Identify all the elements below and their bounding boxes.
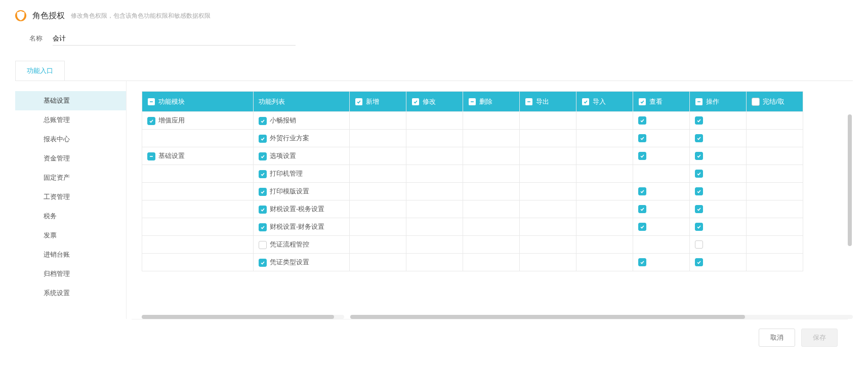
column-header[interactable]: 完结/取 [747, 92, 803, 112]
action-cell [747, 130, 803, 147]
column-header[interactable]: 导入 [576, 92, 633, 112]
sidebar-item[interactable]: 固定资产 [15, 168, 126, 187]
checkbox-icon[interactable] [259, 170, 267, 178]
sidebar-item[interactable]: 基础设置 [15, 91, 126, 110]
checkbox-icon[interactable] [695, 240, 703, 249]
table-wrap[interactable]: 功能模块功能列表新增修改删除导出导入查看操作完结/取 增值应用小畅报销外贸行业方… [142, 91, 853, 312]
column-header[interactable]: 功能模块 [142, 92, 254, 112]
function-label: 选项设置 [270, 152, 296, 159]
sidebar-item[interactable]: 进销台账 [15, 245, 126, 264]
vertical-scrollbar[interactable] [848, 114, 852, 246]
cancel-button[interactable]: 取消 [759, 329, 795, 347]
svg-rect-2 [527, 101, 530, 102]
checkbox-icon[interactable] [695, 223, 703, 231]
module-label: 增值应用 [158, 116, 185, 124]
sidebar-item[interactable]: 系统设置 [15, 283, 126, 303]
checkbox-icon[interactable] [638, 205, 646, 213]
sidebar-item[interactable]: 报表中心 [15, 130, 126, 149]
save-button[interactable]: 保存 [801, 329, 838, 347]
column-header[interactable]: 修改 [406, 92, 463, 112]
horizontal-scrollbar-left[interactable] [142, 315, 344, 319]
column-header[interactable]: 查看 [633, 92, 690, 112]
svg-rect-4 [150, 156, 153, 157]
action-cell [690, 236, 747, 254]
checkbox-icon[interactable] [695, 187, 703, 195]
sidebar-item[interactable]: 总账管理 [15, 110, 126, 130]
column-header[interactable]: 导出 [520, 92, 576, 112]
svg-rect-0 [150, 101, 153, 102]
checkbox-icon[interactable] [638, 134, 646, 142]
column-header[interactable]: 功能列表 [254, 92, 350, 112]
header-label: 修改 [423, 98, 436, 105]
checkbox-icon[interactable] [638, 258, 646, 266]
action-cell [463, 147, 520, 165]
checkbox-icon[interactable] [525, 98, 533, 106]
checkbox-icon[interactable] [695, 205, 703, 213]
checkbox-icon[interactable] [259, 135, 267, 143]
checkbox-icon[interactable] [638, 223, 646, 231]
header-label: 功能列表 [259, 98, 285, 105]
checkbox-icon[interactable] [259, 241, 267, 249]
action-cell [690, 218, 747, 236]
action-cell [690, 165, 747, 183]
checkbox-icon[interactable] [695, 134, 703, 142]
module-cell [142, 254, 254, 271]
action-cell [576, 254, 633, 271]
action-cell [747, 254, 803, 271]
function-cell: 外贸行业方案 [254, 130, 350, 147]
function-label: 打印机管理 [270, 170, 303, 177]
svg-rect-3 [697, 101, 700, 102]
checkbox-icon[interactable] [411, 98, 420, 106]
name-row: 名称 [29, 31, 853, 46]
checkbox-icon[interactable] [752, 98, 760, 106]
function-label: 外贸行业方案 [270, 134, 309, 142]
checkbox-icon[interactable] [638, 187, 646, 195]
checkbox-icon[interactable] [259, 259, 267, 267]
checkbox-icon[interactable] [147, 117, 155, 125]
checkbox-icon[interactable] [695, 152, 703, 160]
action-cell [747, 200, 803, 218]
checkbox-icon[interactable] [259, 223, 267, 231]
checkbox-icon[interactable] [259, 152, 267, 160]
action-cell [633, 218, 690, 236]
action-cell [690, 254, 747, 271]
table-row: 基础设置选项设置 [142, 147, 803, 165]
action-cell [406, 236, 463, 254]
header-label: 删除 [479, 98, 492, 105]
checkbox-icon[interactable] [259, 188, 267, 196]
checkbox-icon[interactable] [695, 258, 703, 266]
sidebar-item[interactable]: 工资管理 [15, 187, 126, 207]
action-cell [463, 218, 520, 236]
checkbox-icon[interactable] [695, 98, 703, 106]
action-cell [520, 183, 576, 200]
column-header[interactable]: 新增 [350, 92, 406, 112]
checkbox-icon[interactable] [468, 98, 476, 106]
checkbox-icon[interactable] [147, 98, 155, 106]
function-label: 财税设置-财务设置 [270, 223, 324, 230]
sidebar-item[interactable]: 税务 [15, 207, 126, 226]
column-header[interactable]: 删除 [463, 92, 520, 112]
column-header[interactable]: 操作 [690, 92, 747, 112]
action-cell [747, 165, 803, 183]
function-label: 财税设置-税务设置 [270, 205, 324, 213]
checkbox-icon[interactable] [582, 98, 590, 106]
action-cell [747, 218, 803, 236]
horizontal-scrollbar-right[interactable] [350, 315, 853, 319]
action-cell [633, 183, 690, 200]
name-input[interactable] [53, 31, 296, 46]
function-cell: 打印机管理 [254, 165, 350, 183]
action-cell [406, 254, 463, 271]
checkbox-icon[interactable] [695, 170, 703, 178]
checkbox-icon[interactable] [355, 98, 363, 106]
checkbox-icon[interactable] [638, 116, 646, 125]
checkbox-icon[interactable] [259, 117, 267, 125]
checkbox-icon[interactable] [259, 206, 267, 214]
checkbox-icon[interactable] [147, 152, 155, 160]
checkbox-icon[interactable] [695, 116, 703, 125]
tab-function-entry[interactable]: 功能入口 [15, 61, 65, 80]
checkbox-icon[interactable] [638, 152, 646, 160]
sidebar-item[interactable]: 发票 [15, 226, 126, 245]
sidebar-item[interactable]: 归档管理 [15, 264, 126, 283]
sidebar-item[interactable]: 资金管理 [15, 149, 126, 168]
checkbox-icon[interactable] [638, 98, 646, 106]
